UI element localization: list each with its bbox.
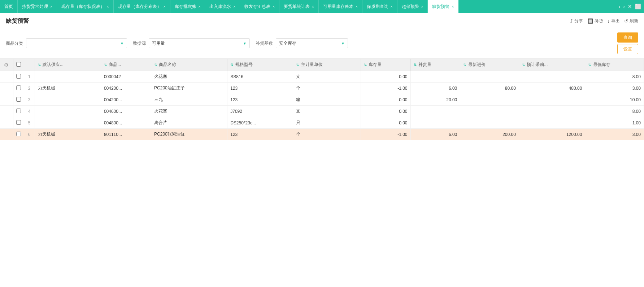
row-spec-5: 123 <box>227 129 293 140</box>
row-supplier-2 <box>35 94 101 106</box>
col-header-product-code[interactable]: ⇅ 商品... <box>101 59 151 71</box>
export-button[interactable]: ↓ 导出 <box>608 18 620 24</box>
row-gear-4[interactable] <box>0 117 13 129</box>
row-checkbox-cell-5 <box>13 129 24 140</box>
tab-close-4[interactable]: × <box>199 5 201 9</box>
col-header-replenish-qty[interactable]: ⇅ 补货量 <box>410 59 460 71</box>
col-header-product-name[interactable]: ⇅ 商品名称 <box>151 59 227 71</box>
row-replenish-4 <box>410 117 460 129</box>
tab-inout-flow[interactable]: 出入库流水 × <box>205 0 240 13</box>
tab-expiry-query[interactable]: 保质期查询 × <box>362 0 397 13</box>
tab-inventory-distribution[interactable]: 现存量（库存分布表） × <box>114 0 170 13</box>
tab-maximize[interactable]: ⬜ <box>634 3 643 10</box>
replenish-button[interactable]: 🔲 补货 <box>587 18 603 24</box>
datasource-select[interactable]: 可用量 ▼ <box>149 38 250 48</box>
row-gear-5[interactable] <box>0 129 13 140</box>
tab-close-6[interactable]: × <box>273 5 275 9</box>
row-estimated-4 <box>519 117 585 129</box>
tab-close-8[interactable]: × <box>356 5 358 9</box>
row-name-2: 三九 <box>151 94 227 106</box>
table-row: 3 004200... 三九 123 箱 0.00 20.00 10.00 <box>0 94 644 106</box>
replenish-select[interactable]: 安全库存 ▼ <box>276 38 348 48</box>
row-num-3: 4 <box>24 106 35 117</box>
row-estimated-3 <box>519 106 585 117</box>
tab-receipt-summary[interactable]: 收发存汇总表 × <box>240 0 279 13</box>
tab-available-ledger[interactable]: 可用量库存账本 × <box>319 0 362 13</box>
row-stock-2: 0.00 <box>361 94 410 106</box>
row-gear-3[interactable] <box>0 106 13 117</box>
row-checkbox-0[interactable] <box>16 74 21 79</box>
row-stock-3: 0.00 <box>361 106 410 117</box>
row-min-stock-2: 10.00 <box>585 94 644 106</box>
row-name-1: PC200油缸庄子 <box>151 83 227 94</box>
tab-picking-exception[interactable]: 拣货异常处理 × <box>18 0 57 13</box>
sort-icon-spec: ⇅ <box>230 63 233 67</box>
tab-close-7[interactable]: × <box>312 5 314 9</box>
tab-close-1[interactable]: × <box>50 5 52 9</box>
row-gear-1[interactable] <box>0 83 13 94</box>
page-header: 缺货预警 ⤴ 分享 🔲 补货 ↓ 导出 ↺ 刷新 <box>0 13 644 28</box>
row-num-5: 6 <box>24 129 35 140</box>
replenish-select-value: 安全库存 <box>279 40 341 47</box>
tab-overstock-warning[interactable]: 超储预警 × <box>397 0 428 13</box>
col-header-spec[interactable]: ⇅ 规格型号 <box>227 59 293 71</box>
category-select[interactable]: ▼ <box>26 38 127 48</box>
col-header-checkbox[interactable] <box>13 59 24 71</box>
row-num-1: 2 <box>24 83 35 94</box>
tab-batch-account[interactable]: 库存批次账 × <box>170 0 205 13</box>
tab-close-all[interactable]: ✕ <box>626 3 634 10</box>
row-checkbox-cell-4 <box>13 117 24 129</box>
settings-button[interactable]: 设置 <box>617 44 638 54</box>
share-button[interactable]: ⤴ 分享 <box>570 18 583 24</box>
select-all-checkbox[interactable] <box>16 62 21 67</box>
tab-navigation: ‹ › ✕ ⬜ <box>616 3 644 10</box>
tab-close-5[interactable]: × <box>233 5 235 9</box>
row-estimated-2 <box>519 94 585 106</box>
col-header-gear[interactable]: ⚙ <box>0 59 13 71</box>
col-header-supplier[interactable]: ⇅ 默认供应... <box>35 59 101 71</box>
col-header-stock[interactable]: ⇅ 库存量 <box>361 59 410 71</box>
table-row: 2 力天机械 004200... PC200油缸庄子 123 个 -1.00 6… <box>0 83 644 94</box>
col-header-estimated[interactable]: ⇅ 预计采购... <box>519 59 585 71</box>
row-code-5: 801110... <box>101 129 151 140</box>
row-replenish-3 <box>410 106 460 117</box>
tab-close-9[interactable]: × <box>391 5 393 9</box>
row-min-stock-0: 8.00 <box>585 71 644 83</box>
gear-icon: ⚙ <box>4 62 9 68</box>
row-replenish-1: 6.00 <box>410 83 460 94</box>
row-supplier-5: 力天机械 <box>35 129 101 140</box>
tab-home[interactable]: 首页 <box>0 0 18 13</box>
row-checkbox-2[interactable] <box>16 97 21 102</box>
tab-close-2[interactable]: × <box>107 5 109 9</box>
row-checkbox-1[interactable] <box>16 85 21 90</box>
replenish-filter-group: 补货基数 安全库存 ▼ <box>256 38 348 48</box>
row-spec-2: 123 <box>227 94 293 106</box>
query-button[interactable]: 查询 <box>617 32 638 43</box>
row-checkbox-5[interactable] <box>16 132 21 136</box>
replenish-label: 补货基数 <box>256 40 273 47</box>
tab-close-10[interactable]: × <box>421 5 423 9</box>
replenish-dropdown-icon: ▼ <box>341 41 345 45</box>
row-checkbox-3[interactable] <box>16 109 21 113</box>
tab-scroll-left[interactable]: ‹ <box>617 3 622 10</box>
row-replenish-2: 20.00 <box>410 94 460 106</box>
row-gear-2[interactable] <box>0 94 13 106</box>
refresh-button[interactable]: ↺ 刷新 <box>624 18 638 24</box>
tab-scroll-right[interactable]: › <box>622 3 626 10</box>
row-estimated-5: 1200.00 <box>519 129 585 140</box>
row-supplier-4 <box>35 117 101 129</box>
tab-inventory-status[interactable]: 现存量（库存状况表） × <box>57 0 114 13</box>
col-header-unit[interactable]: ⇅ 主计量单位 <box>293 59 361 71</box>
row-supplier-0 <box>35 71 101 83</box>
col-header-latest-price[interactable]: ⇅ 最新进价 <box>460 59 519 71</box>
col-header-min-stock[interactable]: ⇅ 最低库存 <box>585 59 644 71</box>
tab-close-11[interactable]: × <box>452 5 454 9</box>
sort-icon-replenish: ⇅ <box>414 63 417 67</box>
row-min-stock-4: 1.00 <box>585 117 644 129</box>
tab-shortage-warning[interactable]: 缺货预警 × <box>428 0 458 13</box>
tab-goods-demand[interactable]: 要货单统计表 × <box>279 0 319 13</box>
row-checkbox-4[interactable] <box>16 120 21 125</box>
row-gear-0[interactable] <box>0 71 13 83</box>
filter-bar: 商品分类 ▼ 数据源 可用量 ▼ 补货基数 安全库存 ▼ 查询 设置 <box>0 28 644 59</box>
tab-close-3[interactable]: × <box>164 5 166 9</box>
